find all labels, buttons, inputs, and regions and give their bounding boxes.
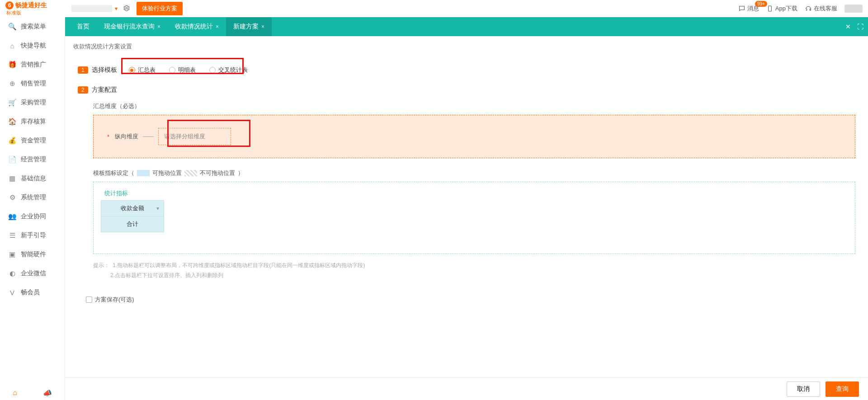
app-header: 6 畅捷通好生 标准版 ▾ 体验行业方案 消息 99+ App下载 在线客服	[0, 0, 868, 17]
tab-label: 收款情况统计	[175, 23, 213, 31]
tab-close-icon[interactable]: ×	[216, 24, 219, 30]
tab-首页[interactable]: 首页	[70, 17, 97, 36]
app-download-link[interactable]: App下载	[766, 5, 797, 13]
tab-收款情况统计[interactable]: 收款情况统计×	[168, 17, 226, 36]
svg-point-0	[126, 7, 127, 9]
chevron-down-icon: ▾	[115, 5, 118, 12]
header-right: 消息 99+ App下载 在线客服	[738, 5, 863, 13]
online-service-label: 在线客服	[814, 5, 837, 13]
fullscreen-icon[interactable]: ⛶	[857, 23, 863, 30]
tab-label: 现金银行流水查询	[104, 23, 155, 31]
chat-icon	[738, 5, 745, 12]
online-service-link[interactable]: 在线客服	[805, 5, 837, 13]
messages-link[interactable]: 消息 99+	[738, 5, 759, 13]
phone-icon	[766, 5, 774, 12]
sidebar: 🔍搜索菜单⌂快捷导航🎁营销推广⊕销售管理🛒采购管理🏠库存核算💰资金管理📄经营管理…	[0, 17, 65, 36]
tab-现金银行流水查询[interactable]: 现金银行流水查询×	[97, 17, 168, 36]
tab-label: 首页	[77, 23, 90, 31]
org-name-placeholder	[71, 5, 112, 12]
tab-新建方案[interactable]: 新建方案×	[226, 17, 272, 36]
tabs-bar-right: ✕ ⛶	[845, 23, 863, 30]
sidebar-item-search[interactable]: 🔍搜索菜单	[0, 17, 65, 36]
settings-gear-icon[interactable]	[123, 5, 130, 13]
svg-rect-1	[769, 6, 772, 11]
app-download-label: App下载	[775, 5, 797, 13]
user-avatar[interactable]	[844, 5, 863, 13]
messages-badge: 99+	[755, 1, 767, 7]
tab-close-icon[interactable]: ×	[261, 24, 264, 30]
experience-button[interactable]: 体验行业方案	[137, 2, 183, 15]
brand-area: 6 畅捷通好生 标准版	[5, 1, 65, 16]
tab-close-icon[interactable]: ×	[157, 24, 160, 30]
search-icon: 🔍	[8, 23, 16, 31]
headset-icon	[805, 5, 812, 12]
org-selector[interactable]: ▾	[71, 5, 118, 12]
brand-logo-icon: 6	[5, 1, 14, 9]
sidebar-item-label: 搜索菜单	[21, 23, 46, 31]
tabs-bar: 首页现金银行流水查询×收款情况统计×新建方案× ✕ ⛶	[65, 17, 868, 36]
brand-name: 畅捷通好生	[15, 1, 47, 9]
tab-close-all-icon[interactable]: ✕	[845, 23, 851, 30]
brand-edition: 标准版	[6, 9, 21, 16]
tab-label: 新建方案	[233, 23, 259, 31]
